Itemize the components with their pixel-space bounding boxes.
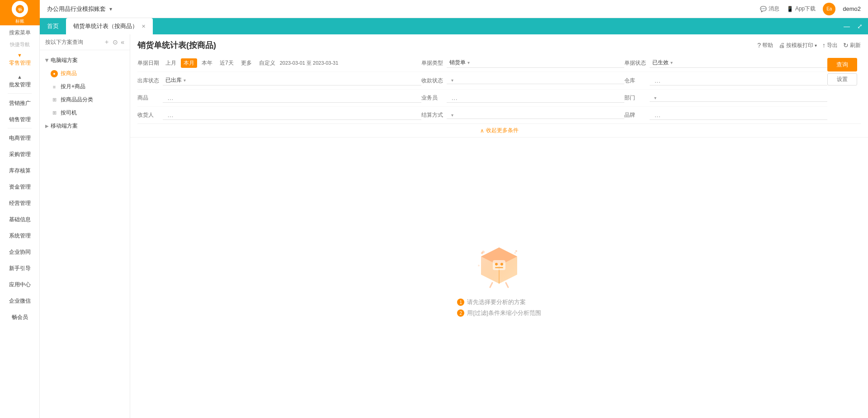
sidebar-item-system[interactable]: 系统管理 [0,227,39,243]
last-7days-btn[interactable]: 近7天 [217,58,236,68]
tab-maximize-btn[interactable]: ⤢ [855,21,864,32]
filter-main: 单据日期 上月 本月 本年 近7天 更多 自定义 [137,54,861,124]
filter-fields: 单据日期 上月 本月 本年 近7天 更多 自定义 [137,54,827,124]
tab-minimize-btn[interactable]: — [842,21,852,32]
sidebar-item-enterprise[interactable]: 企业协同 [0,243,39,260]
tip-1-num: 1 [457,299,464,306]
topbar-dropdown-icon[interactable]: ▾ [109,6,112,12]
guide-label: 新手引导 [9,265,31,272]
sidebar-item-wechat[interactable]: 企业微信 [0,292,39,309]
scheme-group-pc: ▶ 电脑端方案 ● 按商品 ≡ 按月+商品 ⊞ 按商品品分类 [40,54,130,119]
sidebar-item-wholesale[interactable]: ▲ 批发管理 [0,71,39,92]
scheme-collapse-icon[interactable]: « [121,38,124,46]
salesperson-select[interactable]: … [447,93,624,103]
tab-home[interactable]: 首页 [40,18,66,34]
filter-action-buttons: 查询 设置 [827,54,861,124]
help-icon: ? [757,42,761,49]
scheme-item-by-product-category[interactable]: ⊞ 按商品品分类 [40,93,130,106]
topbar-left: 办公用品行业模拟账套 ▾ [47,5,112,13]
scheme-item-by-cashier[interactable]: ⊞ 按司机 [40,106,130,119]
sidebar-item-ecommerce[interactable]: 电商管理 [0,129,39,146]
export-btn[interactable]: ↑ 导出 [822,42,838,49]
sidebar-item-sales[interactable]: 销售管理 [0,111,39,127]
product-dots-icon[interactable]: … [167,94,174,101]
scheme-group-pc-title[interactable]: ▶ 电脑端方案 [40,54,130,67]
apps-label: 应用中心 [9,281,31,289]
svg-rect-8 [495,267,503,268]
settlement-select[interactable]: ▾ [447,112,624,119]
doc-type-select[interactable]: 销货单 ▾ [447,58,624,68]
query-button[interactable]: 查询 [827,58,857,71]
sidebar-item-finance[interactable]: 资金管理 [0,178,39,195]
scheme-settings-icon[interactable]: ⊙ [113,38,118,46]
salesperson-dots-icon[interactable]: … [451,94,458,101]
consignee-dots-icon[interactable]: … [167,111,174,119]
search-menu[interactable]: 搜索菜单 [0,25,39,40]
message-icon: 💬 [760,6,767,12]
payment-status-select[interactable]: ▾ [447,77,624,84]
enterprise-label: 企业协同 [9,248,31,256]
scheme-group-mobile: ▶ 移动端方案 [40,119,130,133]
doc-status-label: 单据状态 [624,59,650,67]
this-month-btn[interactable]: 本月 [181,58,197,68]
sidebar-item-inventory[interactable]: 库存核算 [0,162,39,178]
sidebar-item-operations[interactable]: 经营管理 [0,195,39,211]
empty-state: ✦ ✦ 1 请先选择要分析的方案 2 用[过滤]条件来缩小分析范围 [130,138,868,418]
tab-controls: — ⤢ [842,21,868,32]
sidebar-item-marketing[interactable]: 营销推广 [0,95,39,111]
scheme-item-by-product[interactable]: ● 按商品 [40,67,130,80]
by-product-category-label: 按商品品分类 [61,96,93,104]
warehouse-dots-icon[interactable]: … [654,77,660,84]
warehouse-select[interactable]: … [650,76,827,86]
sidebar-item-retail[interactable]: ▼ 零售管理 [0,49,39,71]
department-select[interactable]: ▾ [650,95,827,102]
tab-sales-report[interactable]: 销货单统计表（按商品） ✕ [66,18,153,34]
product-label: 商品 [137,94,163,102]
messages-btn[interactable]: 💬 消息 [760,5,779,13]
app-download-btn[interactable]: 📱 App下载 [787,5,816,13]
custom-date-btn[interactable]: 自定义 [256,58,278,68]
sales-label: 销售管理 [9,116,31,124]
finance-label: 资金管理 [9,183,31,191]
brand-select[interactable]: … [650,110,827,120]
user-avatar[interactable]: Ea [823,3,835,15]
sidebar-item-procurement[interactable]: 采购管理 [0,146,39,162]
filter-consignee: 收货人 … [137,110,421,120]
refresh-icon: ↻ [843,42,849,49]
help-btn[interactable]: ? 帮助 [757,42,773,49]
consignee-select[interactable]: … [163,110,421,120]
collapse-bar[interactable]: ∧ 收起更多条件 [137,124,861,137]
user-name[interactable]: demo2 [843,5,861,12]
sidebar-item-apps[interactable]: 应用中心 [0,276,39,292]
print-btn[interactable]: 🖨 按模板打印 ▾ [778,42,817,49]
warehouse-status-select[interactable]: 已出库 ▾ [163,76,421,86]
product-select[interactable]: … [163,93,421,103]
sidebar: 畅 标账 搜索菜单 快捷导航 ▼ 零售管理 ▲ 批发管理 营销推广 销售管理 电… [0,0,40,418]
refresh-btn[interactable]: ↻ 刷新 [843,42,861,49]
filter-row-3: 商品 … 业务员 … [137,90,827,107]
tab-close-icon[interactable]: ✕ [142,24,146,29]
this-year-btn[interactable]: 本年 [199,58,215,68]
tip-2-text: 用[过滤]条件来缩小分析范围 [467,309,541,317]
sidebar-item-guide[interactable]: 新手引导 [0,260,39,276]
doc-status-select[interactable]: 已生效 ▾ [650,58,827,68]
scheme-item-by-month-product[interactable]: ≡ 按月+商品 [40,80,130,93]
print-label: 按模板打印 [786,42,813,49]
more-date-btn[interactable]: 更多 [238,58,255,68]
svg-rect-5 [493,260,505,270]
mobile-group-arrow-icon: ▶ [45,124,49,128]
date-label: 单据日期 [137,59,163,67]
svg-text:✦: ✦ [514,251,517,255]
topbar: 办公用品行业模拟账套 ▾ 💬 消息 📱 App下载 Ea demo2 [40,0,868,18]
sidebar-item-basic[interactable]: 基础信息 [0,211,39,227]
reset-button[interactable]: 设置 [827,73,857,86]
scheme-add-icon[interactable]: ＋ [104,38,110,46]
collapse-up-icon: ∧ [480,128,484,134]
refresh-label: 刷新 [850,42,861,49]
logo-text: 标账 [15,18,24,24]
last-month-btn[interactable]: 上月 [163,58,179,68]
warehouse-status-label: 出库状态 [137,77,163,85]
brand-dots-icon[interactable]: … [654,111,660,119]
scheme-group-mobile-title[interactable]: ▶ 移动端方案 [40,119,130,133]
sidebar-item-member[interactable]: 畅会员 [0,309,39,325]
